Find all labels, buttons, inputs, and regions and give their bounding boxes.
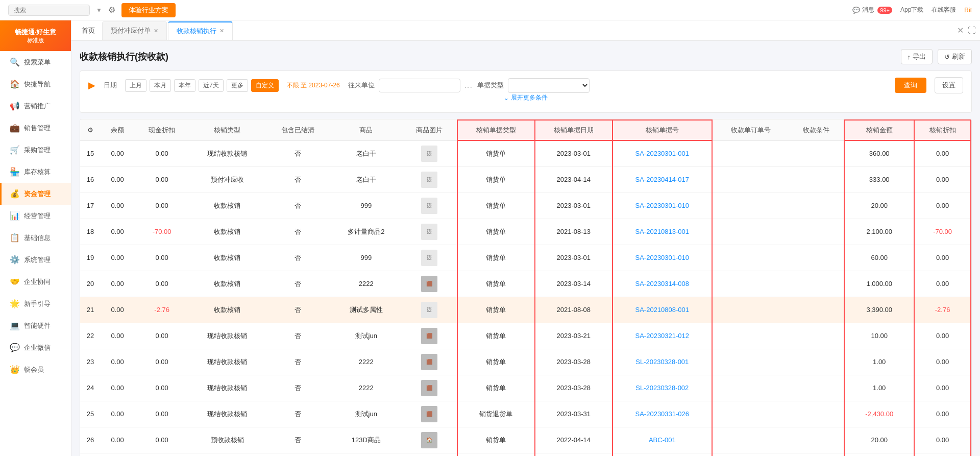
sidebar-item-enterprise[interactable]: 🤝企业协同: [0, 271, 71, 293]
cell-writeoff-amount: 360.00: [844, 140, 914, 166]
sidebar-item-member[interactable]: 👑畅会员: [0, 358, 71, 380]
sidebar-item-wechat[interactable]: 💬企业微信: [0, 337, 71, 358]
cell-receipt-order-no: [712, 349, 789, 375]
cell-bill-date: 2023-03-01: [535, 193, 612, 219]
cell-no: 16: [80, 166, 101, 193]
filter-input-wrap: 往来单位 ... 单据类型: [348, 78, 887, 93]
date-btn-more[interactable]: 更多: [227, 79, 248, 92]
cell-writeoff-discount: 0.00: [914, 401, 971, 427]
th-receipt-order-no: 收款单订单号: [712, 120, 789, 140]
sidebar-item-quicknav[interactable]: 🏠快捷导航: [0, 73, 71, 95]
search-input[interactable]: [8, 5, 90, 16]
table-row: 17 0.00 0.00 收款核销 否 999 🖼 销货单 2023-03-01…: [80, 193, 971, 219]
cell-settled: 否: [265, 453, 331, 456]
bill-no-link[interactable]: SA-20230301-010: [635, 254, 690, 261]
export-button[interactable]: ↑ 导出: [901, 49, 933, 64]
sidebar-item-purchase[interactable]: 🛒采购管理: [0, 139, 71, 161]
sidebar-item-marketing[interactable]: 📢营销推广: [0, 95, 71, 117]
page-header: 收款核销执行(按收款) ↑ 导出 ↺ 刷新: [80, 49, 972, 64]
cell-bill-no: SA-20230321-012: [612, 323, 712, 349]
cell-writeoff-type: 收款核销: [189, 193, 265, 219]
bill-no-link[interactable]: SA-20230301-001: [635, 150, 690, 157]
cell-bill-no: SA-20230414-017: [612, 166, 712, 193]
sidebar-item-inventory[interactable]: 🏪库存核算: [0, 161, 71, 183]
sidebar-label-member: 畅会员: [24, 365, 44, 374]
cell-bill-date: 2023-04-08: [535, 453, 612, 456]
expand-label: 展开更多条件: [511, 93, 548, 102]
user-label[interactable]: Rit: [964, 7, 972, 14]
sidebar-item-system[interactable]: ⚙️系统管理: [0, 249, 71, 271]
gear-icon[interactable]: ⚙: [108, 5, 115, 15]
bill-no-link[interactable]: SA-20230301-010: [635, 202, 690, 209]
cell-bill-no: SA-20230314-008: [612, 271, 712, 297]
cell-receipt-condition: [789, 193, 844, 219]
settings-button[interactable]: 设置: [935, 77, 963, 93]
date-btn-thisyear[interactable]: 本年: [174, 79, 195, 92]
sidebar-item-basic[interactable]: 📋基础信息: [0, 227, 71, 249]
sidebar-item-hardware[interactable]: 💻智能硬件: [0, 315, 71, 337]
cell-goods-image: 🖼: [402, 219, 457, 245]
cell-goods: 测试多属性: [331, 297, 402, 323]
cell-no: 22: [80, 323, 101, 349]
product-image: 🟫: [421, 354, 437, 370]
tab-home[interactable]: 首页: [76, 21, 101, 40]
bill-no-link[interactable]: SA-20210808-001: [635, 306, 690, 314]
cell-bill-no: SA-20210808-001: [612, 297, 712, 323]
table-row: 26 0.00 0.00 预收款核销 否 123D商品 🏠 销货单 2022-0…: [80, 427, 971, 453]
cell-writeoff-amount: 3,390.00: [844, 297, 914, 323]
sidebar-label-operations: 经营管理: [24, 211, 51, 221]
sidebar-item-sales[interactable]: 💼销售管理: [0, 117, 71, 139]
tab-receipt[interactable]: 收款核销执行 ✕: [168, 21, 233, 40]
close-window-icon[interactable]: ✕: [957, 26, 964, 35]
tab-prepay-close[interactable]: ✕: [154, 28, 158, 34]
cell-writeoff-type: 现结收款核销: [189, 401, 265, 427]
basic-icon: 📋: [10, 233, 20, 243]
table-row: 21 0.00 -2.76 收款核销 否 测试多属性 🖼 销货单 2021-08…: [80, 297, 971, 323]
maximize-icon[interactable]: ⛶: [968, 26, 976, 35]
cell-no: 24: [80, 375, 101, 401]
app-download[interactable]: App下载: [900, 6, 923, 14]
industry-button[interactable]: 体验行业方案: [121, 3, 176, 17]
sidebar-item-finance[interactable]: 💰资金管理: [0, 183, 71, 205]
cell-balance: 0.00: [101, 349, 134, 375]
expand-more[interactable]: ⌄ 展开更多条件: [88, 93, 963, 102]
bill-no-link[interactable]: ABC-001: [649, 436, 676, 444]
cell-bill-date: 2021-08-08: [535, 297, 612, 323]
bill-type-select[interactable]: [508, 78, 590, 93]
tab-prepay[interactable]: 预付冲应付单 ✕: [102, 21, 167, 40]
cell-writeoff-amount: 60.00: [844, 245, 914, 271]
date-btn-lastmonth[interactable]: 上月: [125, 79, 146, 92]
bill-no-link[interactable]: SL-20230328-001: [635, 358, 689, 366]
date-btn-thismonth[interactable]: 本月: [150, 79, 171, 92]
bill-no-link[interactable]: SA-20230331-026: [635, 410, 690, 418]
cell-bill-no: SA-20230301-010: [612, 245, 712, 271]
bill-no-link[interactable]: SL-20230328-002: [635, 384, 689, 392]
cell-writeoff-discount: 0.00: [914, 140, 971, 166]
date-btn-7days[interactable]: 近7天: [199, 79, 224, 92]
cell-balance: 0.00: [101, 271, 134, 297]
table-row: 24 0.00 0.00 现结收款核销 否 2222 🟫 销货单 2023-03…: [80, 375, 971, 401]
filter-collapse-icon[interactable]: ▶: [88, 80, 95, 91]
message-icon[interactable]: 💬 消息 99+: [852, 6, 892, 14]
online-service[interactable]: 在线客服: [932, 6, 956, 14]
bill-no-link[interactable]: SA-20210813-001: [635, 228, 690, 235]
tab-receipt-close[interactable]: ✕: [219, 28, 224, 34]
cell-bill-type: 销货单: [457, 323, 535, 349]
product-image: 🖼: [421, 146, 437, 162]
bill-no-link[interactable]: SA-20230321-012: [635, 332, 690, 340]
query-button[interactable]: 查询: [895, 78, 926, 93]
cell-writeoff-type: 现结收款核销: [189, 323, 265, 349]
bill-no-link[interactable]: SA-20230314-008: [635, 280, 690, 287]
cell-receipt-order-no: [712, 323, 789, 349]
counterparty-input[interactable]: [379, 79, 460, 92]
bill-no-link[interactable]: SA-20230414-017: [635, 176, 690, 183]
page-title: 收款核销执行(按收款): [80, 51, 168, 63]
product-image: 🖼: [421, 250, 437, 266]
date-btn-custom[interactable]: 自定义: [251, 79, 279, 92]
sidebar-item-guide[interactable]: 🌟新手引导: [0, 293, 71, 315]
sidebar-item-operations[interactable]: 📊经营管理: [0, 205, 71, 227]
cell-receipt-order-no: [712, 427, 789, 453]
th-settings[interactable]: ⚙: [80, 120, 101, 140]
refresh-button[interactable]: ↺ 刷新: [938, 49, 972, 64]
sidebar-item-search[interactable]: 🔍搜索菜单: [0, 51, 71, 73]
